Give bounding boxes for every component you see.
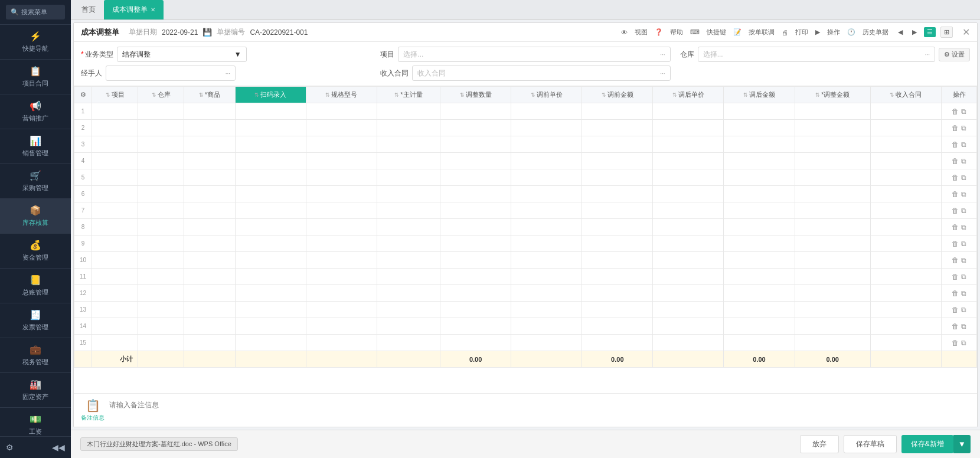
sidebar-item-ledger-mgmt[interactable]: 📒总账管理	[0, 269, 71, 303]
cell-scan_input[interactable]	[235, 120, 306, 136]
cell-before_unit_price[interactable]	[511, 219, 582, 235]
cell-warehouse[interactable]	[138, 318, 184, 335]
delete-row-icon[interactable]: 🗑	[952, 223, 959, 231]
sidebar-item-inventory[interactable]: 📦库存核算	[0, 199, 71, 234]
cell-adjust_amount[interactable]	[795, 202, 870, 219]
cell-adjust_qty[interactable]	[440, 318, 511, 335]
delete-row-icon[interactable]: 🗑	[952, 140, 959, 149]
cell-after_unit_price[interactable]	[653, 302, 724, 318]
cell-project[interactable]	[92, 335, 138, 351]
cell-adjust_amount[interactable]	[795, 269, 870, 285]
delete-row-icon[interactable]: 🗑	[952, 190, 959, 198]
cell-income_contract[interactable]	[870, 202, 941, 219]
cell-scan_input[interactable]	[235, 202, 306, 219]
cell-warehouse[interactable]	[138, 136, 184, 153]
cell-scan_input[interactable]	[235, 219, 306, 235]
sidebar-item-purchase-mgmt[interactable]: 🛒采购管理	[0, 164, 71, 199]
cell-adjust_amount[interactable]	[795, 186, 870, 202]
copy-row-icon[interactable]: ⧉	[961, 174, 966, 182]
cell-before_amount[interactable]	[582, 103, 653, 120]
cell-income_contract[interactable]	[870, 186, 941, 202]
taskbar-item[interactable]: 木门行业好业财处理方案-墓红红.doc - WPS Office	[80, 437, 238, 451]
cell-adjust_qty[interactable]	[440, 302, 511, 318]
copy-row-icon[interactable]: ⧉	[961, 124, 966, 132]
cell-before_amount[interactable]	[582, 186, 653, 202]
cell-goods[interactable]	[184, 219, 235, 235]
tab-close-cost-adjust[interactable]: ✕	[151, 6, 155, 13]
nav-next-icon[interactable]: ▶	[910, 27, 919, 37]
cell-goods[interactable]	[184, 186, 235, 202]
cell-project[interactable]	[92, 285, 138, 302]
cell-after_amount[interactable]	[724, 335, 795, 351]
sidebar-item-sales-mgmt[interactable]: 📊销售管理	[0, 129, 71, 164]
cell-after_amount[interactable]	[724, 302, 795, 318]
cell-income_contract[interactable]	[870, 235, 941, 252]
cell-after_amount[interactable]	[724, 269, 795, 285]
delete-row-icon[interactable]: 🗑	[952, 256, 959, 264]
cell-income_contract[interactable]	[870, 169, 941, 186]
copy-row-icon[interactable]: ⧉	[961, 157, 966, 165]
cell-goods[interactable]	[184, 269, 235, 285]
cell-spec[interactable]	[306, 235, 377, 252]
cell-spec[interactable]	[306, 252, 377, 269]
copy-row-icon[interactable]: ⧉	[961, 240, 966, 248]
cell-unit[interactable]	[377, 269, 440, 285]
cell-before_amount[interactable]	[582, 285, 653, 302]
cell-scan_input[interactable]	[235, 269, 306, 285]
copy-row-icon[interactable]: ⧉	[961, 273, 966, 281]
cell-spec[interactable]	[306, 302, 377, 318]
cell-after_unit_price[interactable]	[653, 202, 724, 219]
copy-row-icon[interactable]: ⧉	[961, 190, 966, 198]
cell-warehouse[interactable]	[138, 103, 184, 120]
cell-before_amount[interactable]	[582, 318, 653, 335]
cell-adjust_amount[interactable]	[795, 219, 870, 235]
delete-row-icon[interactable]: 🗑	[952, 124, 959, 132]
cell-goods[interactable]	[184, 202, 235, 219]
cell-warehouse[interactable]	[138, 202, 184, 219]
cell-after_unit_price[interactable]	[653, 169, 724, 186]
cell-income_contract[interactable]	[870, 252, 941, 269]
cell-adjust_qty[interactable]	[440, 136, 511, 153]
cell-project[interactable]	[92, 186, 138, 202]
cell-unit[interactable]	[377, 202, 440, 219]
view-toggle-1[interactable]: ☰	[924, 27, 936, 37]
cell-after_unit_price[interactable]	[653, 120, 724, 136]
cell-before_amount[interactable]	[582, 235, 653, 252]
tab-home[interactable]: 首页	[73, 0, 104, 19]
cell-project[interactable]	[92, 103, 138, 120]
delete-row-icon[interactable]: 🗑	[952, 339, 959, 347]
settings-button[interactable]: ⚙	[6, 443, 14, 452]
cell-adjust_qty[interactable]	[440, 120, 511, 136]
cell-adjust_qty[interactable]	[440, 219, 511, 235]
cell-spec[interactable]	[306, 219, 377, 235]
cell-scan_input[interactable]	[235, 318, 306, 335]
sidebar-item-sales-promo[interactable]: 📢营销推广	[0, 94, 71, 129]
cell-project[interactable]	[92, 153, 138, 169]
cell-unit[interactable]	[377, 103, 440, 120]
cell-scan_input[interactable]	[235, 335, 306, 351]
cell-before_unit_price[interactable]	[511, 269, 582, 285]
cell-adjust_amount[interactable]	[795, 285, 870, 302]
cell-spec[interactable]	[306, 202, 377, 219]
cell-scan_input[interactable]	[235, 153, 306, 169]
cell-after_amount[interactable]	[724, 202, 795, 219]
cell-adjust_qty[interactable]	[440, 103, 511, 120]
cell-spec[interactable]	[306, 335, 377, 351]
cell-after_amount[interactable]	[724, 153, 795, 169]
cell-unit[interactable]	[377, 186, 440, 202]
cell-unit[interactable]	[377, 302, 440, 318]
save-new-dropdown-button[interactable]: ▼	[953, 435, 971, 453]
cell-scan_input[interactable]	[235, 252, 306, 269]
cell-before_unit_price[interactable]	[511, 318, 582, 335]
cell-before_amount[interactable]	[582, 252, 653, 269]
cell-after_amount[interactable]	[724, 235, 795, 252]
cell-adjust_amount[interactable]	[795, 136, 870, 153]
cell-project[interactable]	[92, 252, 138, 269]
tab-cost-adjust[interactable]: 成本调整单✕	[104, 0, 164, 19]
cell-unit[interactable]	[377, 235, 440, 252]
operate-action[interactable]: 操作	[825, 27, 842, 38]
copy-row-icon[interactable]: ⧉	[961, 322, 966, 331]
cell-adjust_amount[interactable]	[795, 120, 870, 136]
close-document-button[interactable]: ✕	[962, 27, 970, 38]
cell-adjust_qty[interactable]	[440, 202, 511, 219]
